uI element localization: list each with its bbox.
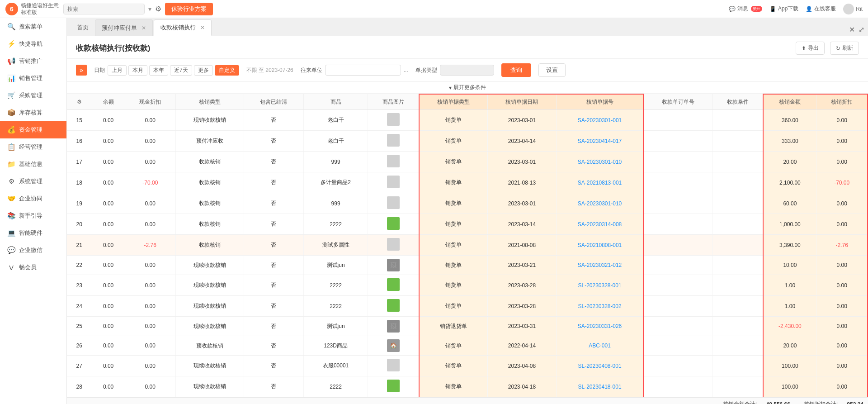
cell-verify_no[interactable]: SA-20230301-010 [556,152,643,172]
cell-verify_no[interactable]: SL-20230328-001 [556,275,643,296]
online-service-item[interactable]: 👤 在线客服 [806,5,836,13]
tab-close-icon[interactable]: ✕ [142,25,146,31]
cell-verify_no[interactable]: SA-20210813-001 [556,172,643,193]
cell-product: 测试jun [303,256,368,275]
table-row: 270.000.00现续收款核销否衣服00001销货单2023-04-08SL-… [67,356,868,376]
cell-verify_voucher_type: 销货单 [419,275,488,296]
sidebar-item-新手引导[interactable]: 📚新手引导 [0,207,66,224]
verify-no-link[interactable]: SL-20230418-001 [578,384,621,390]
cell-verify_no[interactable]: SA-20230314-008 [556,214,643,235]
query-button[interactable]: 查询 [501,63,531,77]
verify-no-link[interactable]: SA-20230321-012 [578,262,622,268]
tab-预付冲应付单[interactable]: 预付冲应付单✕ [95,19,153,36]
sidebar-item-采购管理[interactable]: 🛒采购管理 [0,87,66,104]
sidebar-item-企业协同[interactable]: 🤝企业协同 [0,190,66,207]
col-header-verify_voucher_type: 核销单据类型 [419,94,488,110]
tab-home[interactable]: 首页 [71,19,95,36]
user-item[interactable]: Rit [843,4,863,14]
cell-verify_date: 2023-03-01 [488,193,556,214]
verify-no-link[interactable]: SA-20230331-026 [578,323,622,329]
logo: 6 畅捷通谱好生意 标准版 [5,2,60,15]
verify-no-link[interactable]: SL-20230408-001 [578,363,621,369]
dropdown-arrow[interactable]: ▾ [148,5,151,13]
sidebar-item-系统管理[interactable]: ⚙系统管理 [0,173,66,190]
export-button[interactable]: ⬆ 导出 [796,42,825,55]
cell-verify_no[interactable]: ABC-001 [556,336,643,356]
product-image [387,155,400,167]
cell-verify_type: 预收款核销 [175,336,244,356]
cell-verify_no[interactable]: SA-20230301-010 [556,193,643,214]
partner-input[interactable] [325,65,401,76]
cell-verify_no[interactable]: SL-20230418-001 [556,376,643,397]
cell-verify_discount: 0.00 [816,336,868,356]
close-window-icon[interactable]: ✕ [849,25,855,34]
cell-verify_no[interactable]: SA-20230414-017 [556,131,643,152]
voucher-type-select[interactable] [440,65,494,76]
date-tag-custom[interactable]: 自定义 [215,65,239,76]
verify-no-link[interactable]: SA-20230314-008 [578,221,622,228]
date-tag-7days[interactable]: 近7天 [170,65,192,76]
search-input[interactable] [63,4,145,14]
sidebar-item-资金管理[interactable]: 💰资金管理 [0,121,66,138]
verify-no-link[interactable]: SA-20230301-010 [578,200,622,207]
sidebar-item-经营管理[interactable]: 📋经营管理 [0,138,66,156]
cell-receipt_condition [712,356,763,376]
verify-no-link[interactable]: SA-20230301-001 [578,117,622,124]
app-download-item[interactable]: 📱 App下载 [769,5,798,13]
app-download-label: App下载 [778,5,798,13]
sidebar-item-营销推广[interactable]: 📢营销推广 [0,52,66,70]
date-tag-last-month[interactable]: 上月 [108,65,127,76]
cell-receipt_order_no [643,172,712,193]
sidebar-item-搜索菜单[interactable]: 🔍搜索菜单 [0,18,66,35]
message-item[interactable]: 💬 消息 99+ [729,5,762,13]
sidebar-item-销售管理[interactable]: 📊销售管理 [0,70,66,87]
filter-settings-button[interactable]: 设置 [538,63,566,77]
export-icon: ⬆ [802,45,806,52]
sidebar-item-智能硬件[interactable]: 💻智能硬件 [0,224,66,242]
message-label: 消息 [737,5,748,13]
sidebar-item-库存核算[interactable]: 📦库存核算 [0,104,66,121]
cell-verify_no[interactable]: SL-20230408-001 [556,356,643,376]
gear-icon[interactable]: ⚙ [155,5,161,13]
cell-verify_voucher_type: 销货单 [419,376,488,397]
cell-verify_amount: 1,000.00 [763,214,816,235]
tab-收款核销执行[interactable]: 收款核销执行✕ [154,19,212,36]
refresh-button[interactable]: ↻ 刷新 [830,42,859,55]
sidebar-item-企业微信[interactable]: 💬企业微信 [0,242,66,259]
sidebar: 🔍搜索菜单⚡快捷导航📢营销推广📊销售管理🛒采购管理📦库存核算💰资金管理📋经营管理… [0,18,67,404]
cell-verify_no[interactable]: SA-20210808-001 [556,235,643,256]
verify-no-link[interactable]: SA-20210813-001 [578,180,622,186]
sidebar-item-快捷导航[interactable]: ⚡快捷导航 [0,35,66,52]
cell-verify_discount: 0.00 [816,110,868,131]
verify-no-link[interactable]: SA-20230414-017 [578,138,622,144]
tab-close-icon[interactable]: ✕ [200,24,205,31]
cell-verify_date: 2021-08-08 [488,235,556,256]
verify-no-link[interactable]: SA-20210808-001 [578,242,622,248]
partner-dots[interactable]: ... [404,67,408,73]
cell-verify_no[interactable]: SA-20230321-012 [556,256,643,275]
cell-verify_no[interactable]: SL-20230328-002 [556,296,643,317]
cell-verify_type: 现续收款核销 [175,275,244,296]
verify-no-link[interactable]: SA-20230301-010 [578,159,622,165]
cell-verify_no[interactable]: SA-20230301-001 [556,110,643,131]
date-tag-this-year[interactable]: 本年 [149,65,168,76]
cell-verify_no[interactable]: SA-20230331-026 [556,317,643,336]
cell-verify_amount: 100.00 [763,356,816,376]
solution-button[interactable]: 休验行业方案 [165,3,213,15]
date-tag-more[interactable]: 更多 [194,65,213,76]
user-label: Rit [856,6,863,12]
verify-no-link[interactable]: SL-20230328-001 [578,282,621,289]
voucher-type-filter-group: 单据类型 [415,65,494,76]
cell-settings: 22 [67,256,92,275]
date-tag-this-month[interactable]: 本月 [128,65,147,76]
verify-no-link[interactable]: SL-20230328-002 [578,303,621,309]
maximize-icon[interactable]: ⤢ [859,25,864,34]
sidebar-item-基础信息[interactable]: 📁基础信息 [0,156,66,173]
cell-included_settled: 否 [244,235,304,256]
sidebar-item-畅会员[interactable]: V畅会员 [0,259,66,276]
filter-expand-button[interactable]: » [76,65,87,76]
table-container[interactable]: ⚙余额现金折扣核销类型包含已结清商品商品图片核销单据类型核销单据日期核销单据号收… [67,94,868,404]
expand-conditions-bar[interactable]: ▾ 展开更多条件 [67,82,868,94]
verify-no-link[interactable]: ABC-001 [589,342,611,349]
cell-verify_type: 现续收款核销 [175,256,244,275]
